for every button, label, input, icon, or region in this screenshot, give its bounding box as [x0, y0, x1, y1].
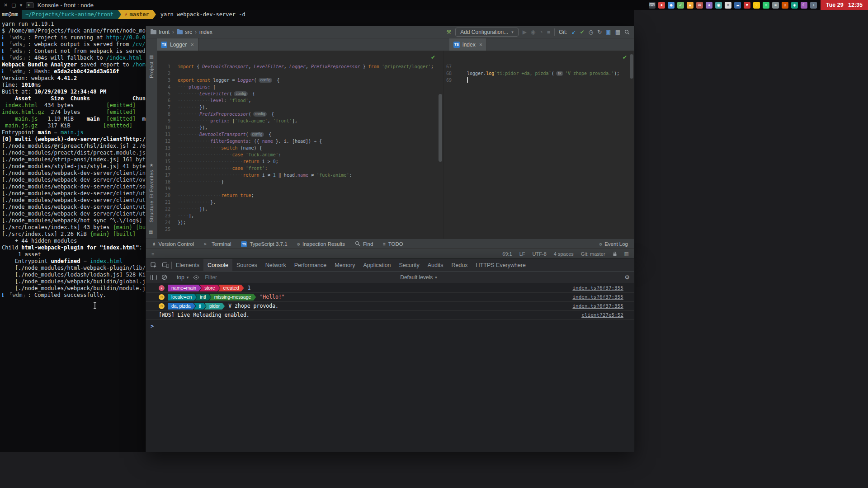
breadcrumb-index[interactable]: index	[199, 29, 212, 35]
tray-icon[interactable]: ○	[763, 2, 769, 9]
breadcrumb-front[interactable]: front	[151, 29, 170, 35]
devtools-tab-https-everywhere[interactable]: HTTPS Everywhere	[472, 259, 530, 271]
tool-window-button-favorites[interactable]: ★Favorites	[146, 163, 157, 192]
layout-icon[interactable]: ▦	[615, 29, 620, 35]
lock-icon[interactable]	[613, 251, 617, 257]
line-number[interactable]: 10	[157, 124, 170, 131]
close-tab-icon[interactable]: ✕	[479, 42, 483, 47]
devtools-tab-network[interactable]: Network	[261, 259, 290, 271]
project-folder-icon[interactable]: ▣	[606, 29, 611, 35]
console-prompt[interactable]: >	[146, 320, 634, 330]
devtools-tab-audits[interactable]: Audits	[424, 259, 448, 271]
line-number[interactable]: 5	[157, 90, 170, 97]
event-log-button[interactable]: ◷ Event Log	[599, 241, 628, 247]
tray-icon[interactable]: ◉	[715, 2, 722, 9]
log-level-selector[interactable]: Default levels ▾	[400, 274, 437, 281]
context-selector[interactable]: top ▾	[177, 274, 189, 281]
tray-icon[interactable]: ▲	[687, 2, 693, 9]
devtools-tab-console[interactable]: Console	[203, 259, 232, 271]
line-number[interactable]: 11	[157, 131, 170, 138]
profiler-icon[interactable]: ◔	[539, 29, 542, 35]
git-branch-indicator[interactable]: Git: master	[581, 251, 605, 257]
line-number[interactable]: 7	[157, 104, 170, 111]
tray-icon[interactable]: #	[725, 2, 731, 9]
tray-icon[interactable]: ≡	[772, 2, 779, 9]
tool-button-todo[interactable]: ≡TODO	[383, 241, 403, 247]
line-number[interactable]: 13	[157, 145, 170, 151]
code-editor-logger[interactable]: 1import { DevtoolsTransport, LevelFilter…	[157, 51, 438, 239]
tray-icon[interactable]: ♥	[744, 2, 750, 9]
inspections-ok-icon[interactable]: ✔	[623, 54, 627, 61]
editor-tab-logger[interactable]: TSLogger✕	[157, 38, 198, 51]
devtools-tab-redux[interactable]: Redux	[447, 259, 472, 271]
line-number[interactable]: 68	[443, 70, 452, 77]
tray-icon[interactable]: ◈	[791, 2, 798, 9]
line-number[interactable]: 22	[157, 206, 170, 212]
line-number[interactable]: 8	[157, 111, 170, 117]
editor-scrollbar[interactable]	[629, 51, 634, 239]
line-number[interactable]: 18	[157, 178, 170, 185]
line-number[interactable]: 24	[157, 219, 170, 226]
line-number[interactable]: 19	[157, 185, 170, 192]
tray-icon[interactable]: ✉	[696, 2, 703, 9]
inspections-ok-icon[interactable]: ✔	[431, 54, 435, 61]
tray-icon[interactable]: ◆	[668, 2, 675, 9]
line-number[interactable]: 4	[157, 84, 170, 90]
history-icon[interactable]: ◷	[589, 29, 593, 35]
update-project-icon[interactable]: ↙	[571, 29, 576, 35]
tray-icon[interactable]: ☁	[734, 2, 741, 9]
line-number[interactable]: 17	[157, 172, 170, 178]
tray-icon[interactable]: ✓	[677, 2, 684, 9]
line-number[interactable]: 2	[157, 70, 170, 77]
window-close-button[interactable]: ✕	[4, 2, 8, 8]
code-editor-index[interactable]: 6768logger.log`ti:pidor +da, pizda`(вк'V…	[443, 51, 629, 239]
console-source-link[interactable]: index.ts?6f37:355	[572, 284, 623, 292]
line-separator[interactable]: LF	[519, 251, 525, 257]
tray-icon[interactable]: ♦	[706, 2, 712, 9]
breadcrumb-src[interactable]: src	[177, 29, 192, 35]
line-number[interactable]: 21	[157, 199, 170, 206]
inspect-element-icon[interactable]	[148, 259, 160, 271]
line-number[interactable]: 20	[157, 192, 170, 199]
indent-config[interactable]: 4 spaces	[554, 251, 574, 257]
line-number[interactable]: 15	[157, 158, 170, 165]
tray-icon[interactable]: ⌨	[649, 2, 656, 9]
clear-console-icon[interactable]	[161, 274, 167, 280]
scrollbar-thumb[interactable]	[630, 54, 633, 79]
tray-icon[interactable]: ☾	[801, 2, 807, 9]
tool-button-version-control[interactable]: ⋔Version Control	[152, 241, 194, 247]
window-menu-button[interactable]: ▾	[20, 2, 23, 8]
caret-position[interactable]: 69:1	[502, 251, 512, 257]
panel-clock[interactable]: Tue 29 12:35	[821, 0, 868, 10]
line-number[interactable]: 6	[157, 97, 170, 104]
file-encoding[interactable]: UTF-8	[533, 251, 547, 257]
line-number[interactable]: 3	[157, 77, 170, 84]
tray-icon[interactable]: ♫	[782, 2, 788, 9]
editor-scrollbar[interactable]	[438, 51, 443, 239]
console-source-link[interactable]: index.ts?6f37:355	[572, 302, 623, 310]
eye-icon[interactable]	[193, 275, 199, 280]
toolwindow-toggle-icon[interactable]: ≡	[151, 251, 154, 257]
tool-window-button-extra[interactable]: ▦	[149, 230, 153, 235]
tool-window-button-structure[interactable]: ◫Structure	[146, 193, 157, 222]
stop-icon[interactable]: ■	[547, 29, 550, 35]
line-number[interactable]: 67	[443, 63, 452, 70]
line-number[interactable]: 23	[157, 212, 170, 219]
line-number[interactable]: 14	[157, 151, 170, 158]
scrollbar-thumb[interactable]	[439, 94, 442, 162]
console-source-link[interactable]: client?27e5:52	[581, 311, 623, 319]
commit-icon[interactable]: ✔	[580, 29, 585, 35]
window-maximize-button[interactable]: ▢	[11, 2, 16, 8]
line-number[interactable]: 25	[157, 226, 170, 233]
tool-button-terminal[interactable]: >_Terminal	[204, 241, 231, 247]
devtools-tab-sources[interactable]: Sources	[232, 259, 261, 271]
tray-icon[interactable]: ⚡	[753, 2, 760, 9]
search-icon[interactable]	[624, 29, 630, 35]
devtools-tab-application[interactable]: Application	[359, 259, 395, 271]
console-filter-input[interactable]	[204, 274, 396, 281]
rollback-icon[interactable]: ↻	[597, 29, 602, 35]
devtools-tab-elements[interactable]: Elements	[172, 259, 203, 271]
line-number[interactable]: 1	[157, 63, 170, 70]
tray-icon[interactable]: ♪	[810, 2, 817, 9]
devtools-tab-security[interactable]: Security	[395, 259, 424, 271]
